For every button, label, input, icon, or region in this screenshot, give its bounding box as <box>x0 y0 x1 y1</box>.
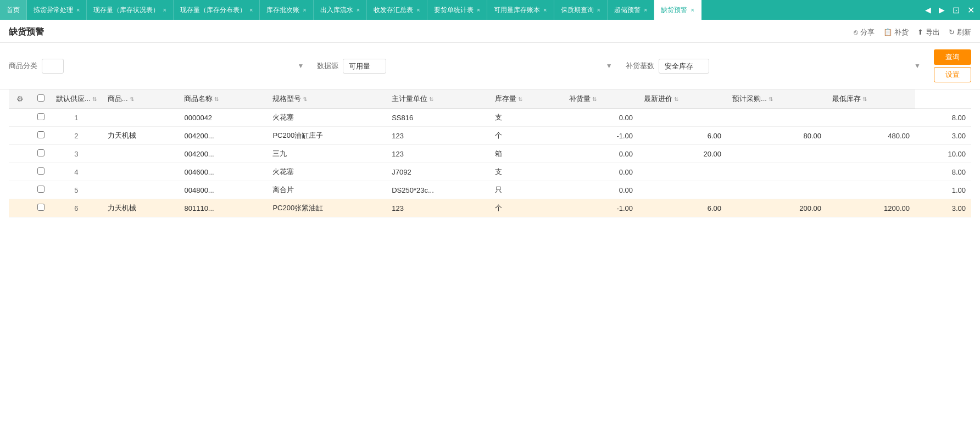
sort-unit-icon[interactable]: ⇅ <box>429 96 433 102</box>
tab-inventory-dist-close[interactable]: × <box>249 7 253 13</box>
tab-batch-account[interactable]: 库存批次账 × <box>260 0 313 20</box>
datasource-select[interactable]: 可用量 库存量 <box>343 59 386 74</box>
sort-supplier-icon[interactable]: ⇅ <box>92 96 97 102</box>
row-spec: J7092 <box>386 163 489 181</box>
th-latest-price: 最新进价 ⇅ <box>638 89 727 109</box>
tab-available-ledger[interactable]: 可用量库存账本 × <box>487 0 554 20</box>
table-header-row: ⚙ 默认供应... ⇅ 商品... ⇅ <box>9 89 971 109</box>
tab-overstock-close[interactable]: × <box>644 7 647 13</box>
settings-button[interactable]: 设置 <box>934 67 971 82</box>
row-checkbox-cell <box>31 181 51 199</box>
tab-inout-flow[interactable]: 出入库流水 × <box>314 0 367 20</box>
replenish-select-wrapper: 安全库存 最低库存 ▼ <box>659 59 925 74</box>
sort-est-purchase-icon[interactable]: ⇅ <box>769 96 773 102</box>
tab-picking-close[interactable]: × <box>76 7 80 13</box>
row-stock: -1.00 <box>564 127 638 145</box>
replenish-label: 补货基数 <box>626 61 654 71</box>
row-stock: 0.00 <box>564 181 638 199</box>
table-row: 10000042火花塞SS816支0.008.00 <box>9 109 971 127</box>
tab-restore-btn[interactable]: ⊡ <box>949 4 963 16</box>
share-button[interactable]: ⎋ 分享 <box>854 27 875 37</box>
tab-inventory-status-close[interactable]: × <box>163 7 166 13</box>
tab-available-ledger-close[interactable]: × <box>543 7 547 13</box>
th-supplier: 默认供应... ⇅ <box>51 89 102 109</box>
sort-stock-icon[interactable]: ⇅ <box>518 96 522 102</box>
row-name: 离合片 <box>267 181 386 199</box>
row-checkbox[interactable] <box>37 186 44 193</box>
row-seq: 1 <box>51 109 102 127</box>
export-button[interactable]: ⬆ 导出 <box>917 27 940 37</box>
tab-summary-close[interactable]: × <box>416 7 420 13</box>
row-checkbox-cell <box>31 109 51 127</box>
th-name: 商品名称 ⇅ <box>179 89 267 109</box>
sort-name-icon[interactable]: ⇅ <box>214 96 219 102</box>
row-gear <box>9 127 31 145</box>
row-spec: SS816 <box>386 109 489 127</box>
row-replenish <box>638 181 727 199</box>
row-checkbox[interactable] <box>37 113 44 120</box>
row-supplier <box>102 145 179 163</box>
row-seq: 5 <box>51 181 102 199</box>
tab-inventory-status[interactable]: 现存量（库存状况表） × <box>87 0 173 20</box>
th-unit: 主计量单位 ⇅ <box>386 89 489 109</box>
th-checkbox <box>31 89 51 109</box>
query-button[interactable]: 查询 <box>934 49 971 65</box>
row-est-purchase <box>827 163 915 181</box>
tab-inventory-dist[interactable]: 现存量（库存分布表） × <box>174 0 260 20</box>
row-supplier <box>102 163 179 181</box>
tab-shortage-close[interactable]: × <box>691 7 694 13</box>
tab-closeall-btn[interactable]: ✕ <box>964 4 978 16</box>
tab-expiry[interactable]: 保质期查询 × <box>554 0 608 20</box>
tab-overstock[interactable]: 超储预警 × <box>608 0 654 20</box>
category-select[interactable] <box>42 59 64 74</box>
tab-next-btn[interactable]: ▶ <box>936 4 948 15</box>
th-spec: 规格型号 ⇅ <box>267 89 386 109</box>
th-code: 商品... ⇅ <box>102 89 179 109</box>
share-icon: ⎋ <box>854 28 858 36</box>
row-latest-price <box>727 145 827 163</box>
replenish-select[interactable]: 安全库存 最低库存 <box>659 59 709 74</box>
tab-batch-account-close[interactable]: × <box>303 7 306 13</box>
th-est-purchase: 预计采购... ⇅ <box>727 89 827 109</box>
replenish-button[interactable]: 📋 补货 <box>883 27 909 37</box>
select-all-checkbox[interactable] <box>37 94 44 102</box>
tab-inout-flow-close[interactable]: × <box>357 7 360 13</box>
tab-bar: 首页 拣货异常处理 × 现存量（库存状况表） × 现存量（库存分布表） × 库存… <box>0 0 980 20</box>
row-checkbox[interactable] <box>37 149 44 156</box>
tab-prev-btn[interactable]: ◀ <box>922 4 934 15</box>
tab-expiry-close[interactable]: × <box>597 7 600 13</box>
gear-settings-icon[interactable]: ⚙ <box>16 94 24 103</box>
sort-code-icon[interactable]: ⇅ <box>130 96 134 102</box>
row-name: PC200张紧油缸 <box>267 199 386 217</box>
export-icon: ⬆ <box>917 28 923 36</box>
row-checkbox-cell <box>31 199 51 217</box>
sort-spec-icon[interactable]: ⇅ <box>303 96 307 102</box>
row-latest-price: 200.00 <box>727 199 827 217</box>
datasource-select-wrapper: 可用量 库存量 ▼ <box>343 59 616 74</box>
tab-demand-close[interactable]: × <box>477 7 480 13</box>
row-code: 004600... <box>179 163 267 181</box>
refresh-button[interactable]: ↻ 刷新 <box>949 27 971 37</box>
row-min-stock: 8.00 <box>915 163 971 181</box>
row-replenish: 20.00 <box>638 145 727 163</box>
tab-picking[interactable]: 拣货异常处理 × <box>27 0 87 20</box>
row-min-stock: 3.00 <box>915 199 971 217</box>
row-est-purchase: 1200.00 <box>827 199 915 217</box>
sort-replenish-icon[interactable]: ⇅ <box>592 96 597 102</box>
sort-latest-price-icon[interactable]: ⇅ <box>674 96 678 102</box>
tab-shortage[interactable]: 缺货预警 × <box>654 0 701 20</box>
sort-min-stock-icon[interactable]: ⇅ <box>862 96 867 102</box>
row-gear <box>9 163 31 181</box>
row-spec: 123 <box>386 199 489 217</box>
tab-home[interactable]: 首页 <box>0 0 27 20</box>
tab-summary[interactable]: 收发存汇总表 × <box>367 0 427 20</box>
datasource-filter-group: 数据源 可用量 库存量 ▼ <box>317 59 616 74</box>
table-row: 4004600...火花塞J7092支0.008.00 <box>9 163 971 181</box>
row-checkbox[interactable] <box>37 131 44 138</box>
page-title: 缺货预警 <box>9 26 44 38</box>
tab-demand[interactable]: 要货单统计表 × <box>427 0 487 20</box>
datasource-chevron-icon: ▼ <box>606 62 612 70</box>
row-checkbox[interactable] <box>37 204 44 211</box>
row-seq: 4 <box>51 163 102 181</box>
row-checkbox[interactable] <box>37 167 44 175</box>
